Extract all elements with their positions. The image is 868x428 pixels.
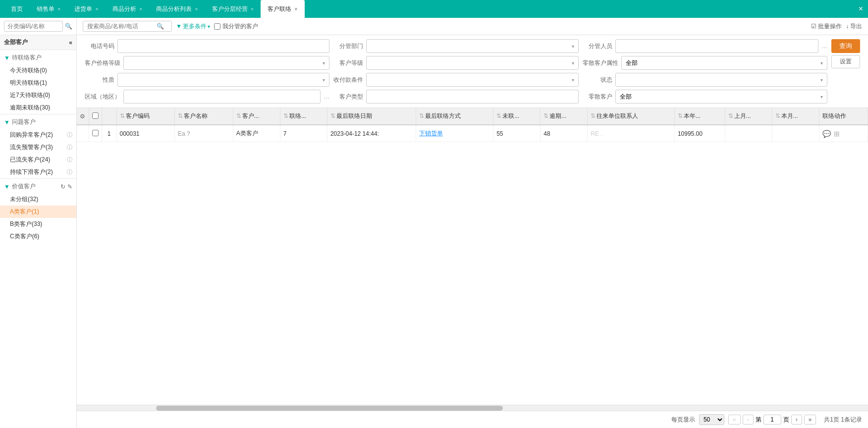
nav-product-analysis[interactable]: 商品分析 ×: [106, 0, 149, 18]
close-sales-icon[interactable]: ×: [57, 6, 60, 12]
sort-this-month-icon: ⇅: [775, 112, 780, 119]
region-input[interactable]: [123, 90, 321, 104]
chevron-down-icon: ▾: [208, 24, 210, 29]
filter-icon: ▼: [176, 23, 182, 30]
scrollbar-thumb[interactable]: [156, 406, 503, 411]
customer-level-select[interactable]: ▾: [366, 56, 578, 70]
td-type: A类客户: [233, 125, 280, 142]
settings-button[interactable]: 设置: [831, 55, 860, 68]
sidebar-item-c-class[interactable]: C类客户(6): [0, 230, 76, 243]
prev-page-button[interactable]: ‹: [743, 415, 754, 425]
manager-input[interactable]: [615, 39, 818, 53]
close-product-analysis-list-icon[interactable]: ×: [195, 6, 198, 12]
th-contact[interactable]: ⇅联络...: [280, 108, 327, 125]
dept-label: 分管部门: [333, 42, 363, 51]
nature-select[interactable]: ▾: [117, 73, 329, 87]
query-button[interactable]: 查询: [831, 39, 860, 53]
next-page-button[interactable]: ›: [791, 415, 802, 425]
sidebar-item-continuous-decline[interactable]: 持续下滑客户(2) ⓘ: [0, 166, 76, 178]
row-checkbox[interactable]: [92, 130, 99, 136]
th-last-date[interactable]: ⇅最后联络日期: [327, 108, 416, 125]
th-last-month[interactable]: ⇅上月...: [725, 108, 772, 125]
page-input[interactable]: [763, 415, 781, 425]
sidebar-item-repurchase-abnormal[interactable]: 回购异常客户(2) ⓘ: [0, 129, 76, 141]
sidebar-item-lost[interactable]: 已流失客户(24) ⓘ: [0, 154, 76, 166]
nav-purchase[interactable]: 进货单 ×: [67, 0, 105, 18]
th-last-method[interactable]: ⇅最后联络方式: [416, 108, 493, 125]
sidebar-item-tomorrow[interactable]: 明天待联络(1): [0, 77, 76, 89]
close-product-analysis-icon[interactable]: ×: [139, 6, 142, 12]
th-current-year[interactable]: ⇅本年...: [674, 108, 725, 125]
info-icon-3: ⓘ: [67, 156, 72, 163]
manager-dots-icon[interactable]: …: [821, 43, 827, 50]
phone-input[interactable]: [117, 39, 329, 53]
filter-search-input[interactable]: [87, 23, 157, 30]
sidebar-all-customers-header[interactable]: 全部客户 «: [0, 35, 76, 50]
gear-icon[interactable]: ⚙: [80, 113, 85, 120]
scattered-value: 全部: [620, 93, 632, 101]
filter-more-button[interactable]: ▼ 更多条件 ▾: [176, 22, 210, 31]
sidebar-item-overdue[interactable]: 逾期未联络(30): [0, 102, 76, 114]
th-name[interactable]: ⇅客户名称: [175, 108, 233, 125]
scattered-attr-select[interactable]: 全部 ▾: [621, 56, 827, 70]
pending-contact-label[interactable]: ▼ 待联络客户: [0, 51, 76, 64]
customer-type-input[interactable]: [366, 90, 578, 104]
nav-sales[interactable]: 销售单 ×: [30, 0, 67, 18]
close-purchase-icon[interactable]: ×: [95, 6, 98, 12]
nav-customer-contact[interactable]: 客户联络 ×: [261, 0, 304, 18]
refresh-icon[interactable]: ↻: [60, 183, 65, 190]
last-page-button[interactable]: »: [804, 415, 816, 425]
th-unit-contact[interactable]: ⇅往来单位联系人: [588, 108, 675, 125]
page-size-select[interactable]: 50 100 200: [699, 414, 724, 425]
sidebar-search-icon[interactable]: 🔍: [65, 23, 72, 30]
all-customers-label: 全部客户: [4, 38, 28, 47]
th-code[interactable]: ⇅客户编码: [116, 108, 175, 125]
sidebar-item-today[interactable]: 今天待联络(0): [0, 64, 76, 77]
select-all-checkbox[interactable]: [92, 112, 99, 119]
scattered-select[interactable]: 全部 ▾: [615, 90, 827, 104]
region-dots-icon[interactable]: …: [324, 93, 329, 100]
payment-select[interactable]: ▾: [366, 73, 578, 87]
td-name: Ea ?: [175, 125, 233, 142]
my-customers-checkbox[interactable]: [214, 23, 220, 30]
value-customers-label[interactable]: ▼ 价值客户 ↻ ✎: [0, 180, 76, 193]
grid-icon[interactable]: ⊞: [834, 130, 840, 138]
td-gear: [77, 125, 89, 142]
filter-search-icon[interactable]: 🔍: [157, 23, 164, 30]
sidebar-item-unclassified[interactable]: 未分组(32): [0, 193, 76, 206]
export-icon: ↓: [846, 23, 849, 30]
sidebar-item-a-class[interactable]: A类客户(1): [0, 206, 76, 218]
nav-product-analysis-list[interactable]: 商品分析列表 ×: [149, 0, 205, 18]
batch-op-button[interactable]: ☑ 批量操作: [811, 22, 842, 31]
nav-customer-segment[interactable]: 客户分层经营 ×: [205, 0, 261, 18]
th-checkbox: [89, 108, 102, 125]
th-no-contact[interactable]: ⇅未联...: [493, 108, 541, 125]
sidebar-item-b-class[interactable]: B类客户(33): [0, 218, 76, 230]
close-customer-contact-icon[interactable]: ×: [294, 6, 297, 12]
th-overdue[interactable]: ⇅逾期...: [541, 108, 588, 125]
th-this-month[interactable]: ⇅本月...: [772, 108, 819, 125]
last-method-link[interactable]: 下销货单: [419, 130, 443, 137]
filter-row-4: 区域（地区） … 客户类型 零散客户 全部 ▾: [85, 90, 827, 104]
th-type[interactable]: ⇅客户...: [233, 108, 280, 125]
my-customers-filter[interactable]: 我分管的客户: [214, 22, 258, 31]
th-gear: ⚙: [77, 108, 89, 125]
sidebar-item-lost-risk[interactable]: 流失预警客户(3) ⓘ: [0, 141, 76, 154]
problem-customers-label[interactable]: ▼ 问题客户: [0, 115, 76, 129]
sidebar-search-input[interactable]: [4, 21, 63, 32]
collapse-icon[interactable]: «: [69, 39, 72, 46]
first-page-button[interactable]: «: [728, 415, 741, 425]
nav-home[interactable]: 首页: [4, 0, 30, 18]
comment-icon[interactable]: 💬: [822, 130, 831, 138]
horizontal-scrollbar[interactable]: [77, 405, 868, 411]
price-level-select[interactable]: ▾: [123, 56, 329, 70]
sort-contact-icon: ⇅: [283, 112, 288, 119]
status-select[interactable]: ▾: [615, 73, 827, 87]
edit-value-icon[interactable]: ✎: [67, 183, 72, 190]
export-button[interactable]: ↓ 导出: [846, 22, 862, 31]
dept-select[interactable]: ▾: [366, 39, 578, 53]
customer-level-chevron-icon: ▾: [572, 60, 574, 66]
close-all-icon[interactable]: ×: [859, 4, 863, 13]
close-customer-segment-icon[interactable]: ×: [251, 6, 254, 12]
sidebar-item-near7[interactable]: 近7天待联络(0): [0, 89, 76, 102]
